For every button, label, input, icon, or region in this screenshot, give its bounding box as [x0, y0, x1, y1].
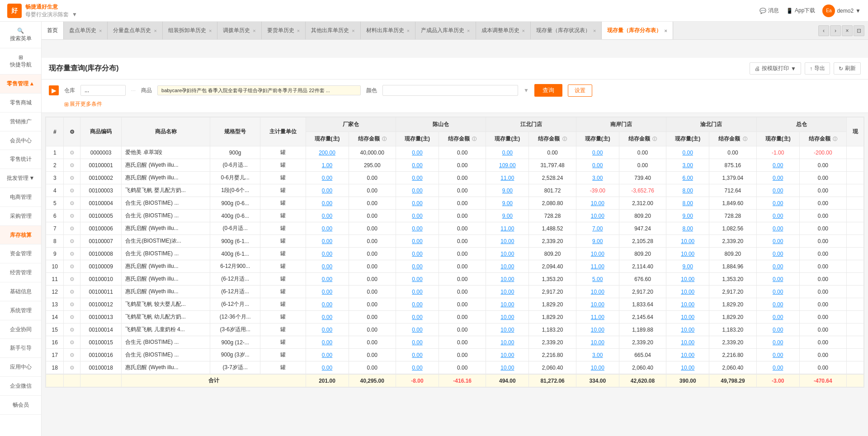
table-row: 9⚙00100008合生元 (BIOSTIME) ...400g (6-1...… [46, 248, 864, 260]
table-row: 1⚙0000003爱他美 卓萃3段900g罐200.0040,000.000.0… [46, 146, 864, 159]
sidebar-item-member[interactable]: 会员中心 [0, 131, 41, 150]
sidebar-item-enterprise-wechat[interactable]: 企业微信 [0, 377, 41, 396]
row-gear-icon[interactable]: ⚙ [70, 188, 75, 194]
sidebar-search[interactable]: 🔍 搜索英单 [0, 22, 41, 48]
sidebar-item-retail[interactable]: 零售管理▲ [0, 75, 41, 94]
row-gear-icon[interactable]: ⚙ [70, 289, 75, 295]
sidebar-item-inventory[interactable]: 库存核算 [0, 226, 41, 245]
page-header: 现存量查询(库存分布) 🖨 按模版打印 ▼ ↑ 导出 ↻ 刷新 [42, 58, 868, 80]
table-row: 5⚙00100004合生元 (BIOSTIME) ...900g (0-6...… [46, 197, 864, 210]
product-code-cell: 00100016 [80, 349, 122, 361]
search-icon: 🔍 [4, 27, 38, 35]
sidebar-item-basic[interactable]: 基础信息 [0, 282, 41, 301]
app-download-btn[interactable]: 📱 App下载 [786, 7, 815, 14]
product-name-cell: 合生元 (BIOSTIME) ... [122, 349, 210, 361]
row-gear-icon[interactable]: ⚙ [70, 225, 75, 232]
table-row: 3⚙00100002惠氏启醒 (Wyeth illu...0-6月婴儿...罐0… [46, 172, 864, 184]
row-gear-icon[interactable]: ⚙ [70, 200, 75, 206]
product-code-cell: 00100013 [80, 311, 122, 323]
product-input[interactable] [157, 85, 361, 95]
message-btn[interactable]: 💬 消息 [760, 7, 779, 14]
refresh-btn[interactable]: ↻ 刷新 [834, 62, 861, 75]
chevron-down-icon: ▼ [855, 8, 861, 14]
sidebar-item-ecommerce[interactable]: 电商管理 [0, 188, 41, 207]
row-gear-icon[interactable]: ⚙ [70, 238, 75, 244]
table-row: 15⚙00100014飞鹤星飞帆 儿童奶粉 4...(3-6岁适用...罐0.0… [46, 323, 864, 336]
inventory-table: # ⚙ 商品编码 商品名称 规格型号 主计量单位 厂家仓 陈山仓 江北门店 南岸… [46, 117, 864, 387]
export-icon: ↑ [810, 66, 812, 72]
factory-stock-header: 现存量(主) [306, 132, 349, 146]
gear-icon[interactable]: ⚙ [70, 129, 75, 135]
export-btn[interactable]: ↑ 导出 [805, 62, 830, 75]
chenshan-balance-header: 结存金额 ⓘ [439, 132, 486, 146]
shortcut-icon: ⊞ [4, 54, 38, 61]
row-gear-icon[interactable]: ⚙ [70, 263, 75, 270]
col-factory-warehouse: 厂家仓 [306, 117, 396, 132]
row-gear-icon[interactable]: ⚙ [70, 327, 75, 333]
chevron-down-icon: ▼ [29, 174, 35, 182]
row-gear-icon[interactable]: ⚙ [70, 352, 75, 358]
product-code-cell: 00100010 [80, 273, 122, 286]
product-code-cell: 00100009 [80, 260, 122, 273]
col-nanan-store: 南岸门店 [576, 117, 666, 132]
product-name-cell: 惠氏启醒 (Wyeth illu... [122, 286, 210, 298]
filter-row-main: ▶ 仓库 ··· 商品 颜色 ▼ 查询 设置 [49, 84, 861, 97]
table-row: 10⚙00100009惠氏启醒 (Wyeth illu...6-12月900..… [46, 260, 864, 273]
print-icon: 🖨 [755, 66, 760, 72]
filter-bar: ▶ 仓库 ··· 商品 颜色 ▼ 查询 设置 ⊞ 展开更多条件 [42, 80, 868, 113]
col-gear: ⚙ [64, 117, 80, 146]
nanan-stock-header: 现存量(主) [576, 132, 619, 146]
product-name-cell: 惠氏启醒 (Wyeth illu... [122, 159, 210, 172]
row-gear-icon[interactable]: ⚙ [70, 162, 75, 169]
product-code-cell: 00100012 [80, 298, 122, 311]
table-row: 12⚙00100011惠氏启醒 (Wyeth illu...(6-12月适...… [46, 286, 864, 298]
page-content-wrapper: 现存量查询(库存分布) 🖨 按模版打印 ▼ ↑ 导出 ↻ 刷新 [42, 58, 868, 388]
row-gear-icon[interactable]: ⚙ [70, 365, 75, 371]
settings-btn[interactable]: 设置 [568, 84, 592, 97]
sidebar-item-finance[interactable]: 资金管理 [0, 244, 41, 263]
row-gear-icon[interactable]: ⚙ [70, 314, 75, 320]
logo-text: 畅捷通好生意 母婴行业演示陈套 ▼ [25, 3, 77, 19]
sidebar-item-system[interactable]: 系统管理 [0, 301, 41, 320]
expand-conditions-btn[interactable]: ⊞ 展开更多条件 [64, 100, 102, 108]
row-gear-icon[interactable]: ⚙ [70, 251, 75, 257]
product-name-cell: 飞鹤星飞帆 儿童奶粉 4... [122, 323, 210, 336]
row-gear-icon[interactable]: ⚙ [70, 175, 75, 181]
color-input[interactable] [382, 85, 518, 96]
user-area[interactable]: Ea demo2 ▼ [822, 5, 861, 17]
row-gear-icon[interactable]: ⚙ [70, 276, 75, 282]
factory-balance-info[interactable]: ⓘ [382, 136, 387, 141]
query-btn[interactable]: 查询 [534, 84, 562, 97]
row-gear-icon[interactable]: ⚙ [70, 150, 75, 156]
table-row: 16⚙00100015合生元 (BIOSTIME) ...900g (12-..… [46, 336, 864, 349]
print-btn[interactable]: 🖨 按模版打印 ▼ [750, 62, 801, 75]
sidebar: 🔍 搜索英单 ⊞ 快捷导航 零售管理▲ 零售商城 营销推广 会员中心 零售统计 … [0, 22, 42, 436]
table-row: 11⚙00100010惠氏启醒 (Wyeth illu...(6-12月适...… [46, 273, 864, 286]
top-bar: 好 畅捷通好生意 母婴行业演示陈套 ▼ 💬 消息 📱 App下载 Ea demo… [0, 0, 868, 22]
expand-down-icon: ⊞ [64, 101, 69, 108]
sidebar-item-app-center[interactable]: 应用中心 [0, 358, 41, 377]
sidebar-item-retail-stats[interactable]: 零售统计 [0, 150, 41, 169]
sidebar-item-marketing[interactable]: 营销推广 [0, 113, 41, 131]
row-gear-icon[interactable]: ⚙ [70, 339, 75, 346]
product-name-cell: 飞鹤星飞帆 婴儿配方奶... [122, 184, 210, 197]
table-row: 17⚙00100016合生元 (BIOSTIME) ...900g (3岁...… [46, 349, 864, 361]
expand-filter-btn[interactable]: ▶ [49, 85, 59, 95]
sidebar-item-guide[interactable]: 新手引导 [0, 339, 41, 358]
row-gear-icon[interactable]: ⚙ [70, 301, 75, 308]
subtitle: 母婴行业演示陈套 ▼ [25, 11, 77, 19]
warehouse-input[interactable] [80, 85, 126, 96]
sidebar-item-vip[interactable]: 畅会员 [0, 396, 41, 415]
message-icon: 💬 [760, 8, 766, 14]
row-gear-icon[interactable]: ⚙ [70, 213, 75, 219]
sidebar-item-enterprise[interactable]: 企业协同 [0, 320, 41, 339]
sidebar-item-wholesale[interactable]: 批发管理▼ [0, 169, 41, 188]
sidebar-item-purchase[interactable]: 采购管理 [0, 207, 41, 226]
product-name-cell: 飞鹤星飞帆 较大婴儿配... [122, 298, 210, 311]
product-name-cell: 合生元(BIOSTIME)浓... [122, 235, 210, 248]
sidebar-item-operation[interactable]: 经营管理 [0, 263, 41, 282]
product-name-cell: 合生元 (BIOSTIME) ... [122, 336, 210, 349]
sidebar-item-retail-shop[interactable]: 零售商城 [0, 94, 41, 113]
sidebar-shortcut[interactable]: ⊞ 快捷导航 [0, 48, 41, 75]
product-code-cell: 00100005 [80, 210, 122, 222]
